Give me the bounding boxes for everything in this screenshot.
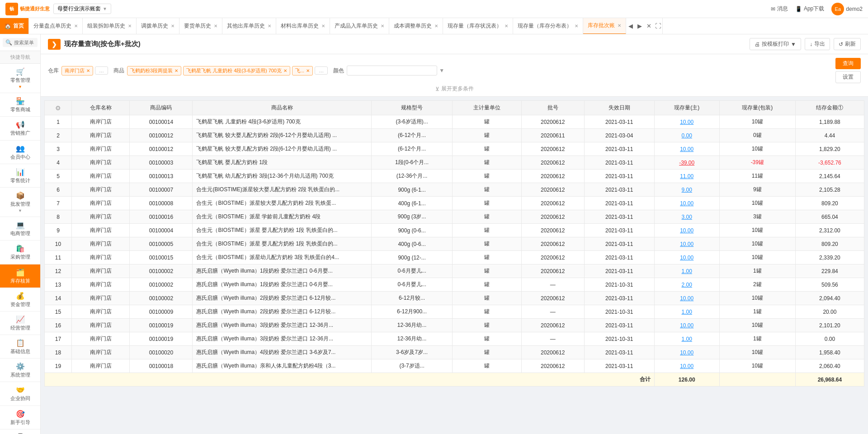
cell-qty-main[interactable]: 0.00: [654, 129, 719, 142]
tab-kupi[interactable]: 库存批次账 ✕: [583, 18, 626, 34]
tab-chanpin[interactable]: 产成品入库单历史 ✕: [330, 18, 389, 34]
color-input[interactable]: [347, 66, 437, 75]
expand-btn[interactable]: ⊻ 展开更多条件: [435, 85, 474, 93]
cell-spec: (3-7岁适...: [371, 359, 453, 373]
cell-qty-main[interactable]: 1.00: [654, 305, 719, 319]
nav-prev-btn[interactable]: ◀: [626, 18, 635, 34]
tab-tiaobo[interactable]: 调拨单历史 ✕: [137, 18, 179, 34]
cell-qty-main[interactable]: 2.00: [654, 278, 719, 292]
search-input[interactable]: [14, 40, 35, 45]
close-tiaobo-icon[interactable]: ✕: [171, 24, 175, 28]
tab-zuchai[interactable]: 组装拆卸单历史 ✕: [83, 18, 137, 34]
settings-icon[interactable]: ⚙: [55, 104, 61, 112]
sidebar-item-ops-label: 经营管理: [10, 325, 30, 331]
sidebar-item-retail-shop[interactable]: 🏪 零售商城: [0, 93, 40, 117]
cell-qty-main[interactable]: 1.00: [654, 332, 719, 346]
nav-maximize-btn[interactable]: ⛶: [653, 18, 662, 34]
nav-next-btn[interactable]: ▶: [635, 18, 644, 34]
cell-qty-main[interactable]: 10.00: [654, 346, 719, 359]
cell-qty-main[interactable]: 10.00: [654, 115, 719, 129]
cell-qty-main[interactable]: 10.00: [654, 237, 719, 251]
cell-qty-main[interactable]: 10.00: [654, 319, 719, 332]
user-info[interactable]: Ea demo2: [831, 3, 863, 15]
close-zuchai-icon[interactable]: ✕: [128, 24, 132, 28]
sidebar-item-enterprise[interactable]: 🤝 企业协同: [0, 382, 40, 406]
sidebar-item-purchase[interactable]: 🛍️ 采购管理: [0, 241, 40, 264]
cell-code: 00100008: [130, 197, 193, 210]
warehouse-more-btn[interactable]: …: [95, 66, 108, 75]
sidebar-item-base-info[interactable]: 📋 基础信息: [0, 335, 40, 359]
cell-qty-main[interactable]: -39.00: [654, 156, 719, 170]
close-chengben-icon[interactable]: ✕: [434, 24, 438, 28]
sidebar-item-app-center[interactable]: 📱 应用中心: [0, 429, 40, 434]
tab-home[interactable]: 🏠 首页: [0, 18, 29, 34]
remove-product2-icon[interactable]: ✕: [283, 68, 287, 73]
sidebar-item-sys-mgmt[interactable]: ⚙️ 系统管理: [0, 359, 40, 382]
product-more-btn[interactable]: …: [315, 66, 328, 75]
refresh-btn[interactable]: ↺ 刷新: [834, 38, 861, 50]
sidebar-item-operations[interactable]: 📈 经营管理: [0, 311, 40, 335]
tab-fenban[interactable]: 分量盘点单历史 ✕: [29, 18, 83, 34]
cell-unit: 罐: [453, 319, 521, 332]
tab-xiancu1[interactable]: 现存量（库存状况表） ✕: [443, 18, 513, 34]
tab-xiancun2[interactable]: 现存量（库存分布表） ✕: [513, 18, 583, 34]
top-bar: 畅 畅捷通好生意 母婴行业演示账套 ▼ ✉ 消息 📱 App下载 Ea demo…: [0, 0, 868, 18]
app-download-btn[interactable]: 📱 App下载: [795, 5, 824, 13]
close-xiancun2-icon[interactable]: ✕: [575, 24, 578, 28]
search-btn[interactable]: 查询: [835, 58, 861, 69]
nav-close-btn[interactable]: ✕: [644, 18, 653, 34]
export-btn[interactable]: ↓ 导出: [805, 38, 830, 50]
setting-btn[interactable]: 设置: [835, 71, 861, 83]
sidebar-item-member[interactable]: 👥 会员中心: [0, 141, 40, 164]
close-yaohuo-icon[interactable]: ✕: [214, 24, 217, 28]
cell-qty-main[interactable]: 11.00: [654, 170, 719, 183]
cell-qty-main[interactable]: 10.00: [654, 292, 719, 305]
sidebar-item-finance[interactable]: 💰 资金管理: [0, 288, 40, 311]
cell-qty-main[interactable]: 10.00: [654, 224, 719, 237]
sidebar-item-retail-stats[interactable]: 📊 零售统计: [0, 164, 40, 188]
page-header-left: ❯ 现存量查询(按仓库+批次): [48, 39, 141, 50]
cell-qty-main[interactable]: 9.00: [654, 183, 719, 197]
cell-no: 17: [45, 332, 72, 346]
cell-qty-main[interactable]: 10.00: [654, 251, 719, 264]
close-fenban-icon[interactable]: ✕: [74, 24, 78, 28]
sidebar-item-inventory[interactable]: 🗂️ 库存核算: [0, 264, 40, 288]
cell-no: 16: [45, 319, 72, 332]
tab-chengben[interactable]: 成本调整单历史 ✕: [389, 18, 443, 34]
color-dropdown-btn[interactable]: ▼: [439, 67, 444, 74]
remove-product3-icon[interactable]: ✕: [306, 68, 310, 73]
sidebar-item-retail-mgmt[interactable]: 🛒 零售管理 ▼: [0, 64, 40, 93]
tab-yaohuo[interactable]: 要货单历史 ✕: [179, 18, 222, 34]
cell-no: 12: [45, 264, 72, 278]
cell-qty-main[interactable]: 10.00: [654, 359, 719, 373]
color-input-area: ▼: [347, 66, 444, 75]
close-qita-icon[interactable]: ✕: [268, 24, 271, 28]
cell-qty-main[interactable]: 1.00: [654, 264, 719, 278]
col-settings[interactable]: ⚙: [45, 101, 72, 115]
cell-qty-main[interactable]: 10.00: [654, 142, 719, 156]
remove-product1-icon[interactable]: ✕: [175, 68, 178, 73]
tab-cailiao[interactable]: 材料出库单历史 ✕: [276, 18, 330, 34]
product-tag-1: 飞鹤奶粉3段两提装 ✕: [127, 66, 181, 75]
cell-warehouse: 南岸门店: [71, 156, 129, 170]
messages-btn[interactable]: ✉ 消息: [771, 5, 788, 13]
close-xiancun1-icon[interactable]: ✕: [505, 24, 508, 28]
cell-qty-main[interactable]: 3.00: [654, 210, 719, 224]
sidebar-item-ecom[interactable]: 💻 电商管理: [0, 217, 40, 241]
close-kupi-icon[interactable]: ✕: [618, 23, 621, 28]
close-chanpin-icon[interactable]: ✕: [381, 24, 384, 28]
close-cailiao-icon[interactable]: ✕: [321, 24, 325, 28]
cell-qty-main[interactable]: 10.00: [654, 197, 719, 210]
print-btn[interactable]: 🖨 按模板打印 ▼: [750, 38, 801, 50]
sidebar-item-finance-label: 资金管理: [10, 302, 30, 307]
cell-amount: -3,652.76: [795, 156, 864, 170]
expand-sidebar-btn[interactable]: ❯: [48, 39, 61, 50]
tab-qita[interactable]: 其他出库单历史 ✕: [222, 18, 276, 34]
sidebar-item-marketing[interactable]: 📢 营销推广: [0, 117, 40, 140]
table-area: ⚙ 仓库名称 商品编码 商品名称 规格型号 主计量单位 批号 失效日期 现存量(…: [41, 97, 868, 434]
remove-warehouse-icon[interactable]: ✕: [86, 68, 90, 73]
account-dropdown[interactable]: 母婴行业演示账套 ▼: [53, 4, 111, 14]
sidebar-item-new-guide[interactable]: 🎯 新手引导: [0, 406, 40, 429]
sidebar-item-batch-mgmt[interactable]: 📦 批发管理 ▼: [0, 188, 40, 217]
member-icon: 👥: [16, 144, 25, 153]
